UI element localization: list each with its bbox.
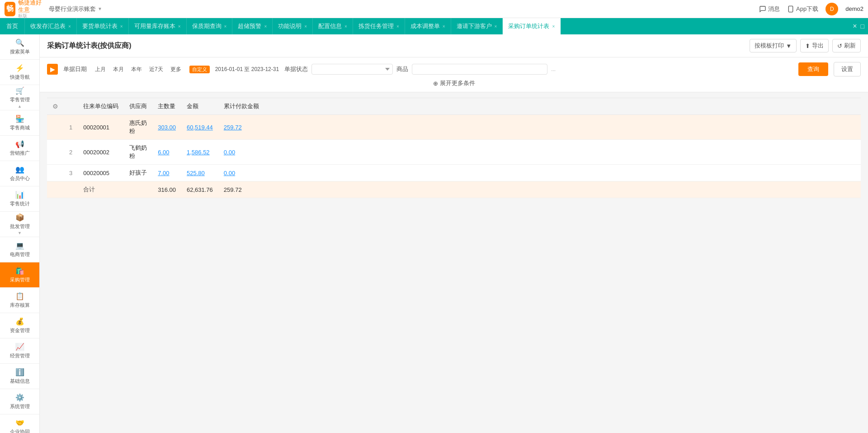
date-btn-this-month[interactable]: 本月 bbox=[110, 65, 127, 74]
sidebar-item-member[interactable]: 👥 会员中心 bbox=[0, 161, 39, 186]
close-tab-yaohuo[interactable]: × bbox=[120, 24, 123, 29]
footer-paid: 259.72 bbox=[218, 181, 264, 198]
custom-badge[interactable]: 自定义 bbox=[189, 66, 210, 73]
row-paid[interactable]: 259.72 bbox=[218, 115, 264, 140]
message-button[interactable]: 消息 bbox=[759, 5, 780, 13]
goods-input[interactable] bbox=[412, 64, 547, 75]
filter-toggle[interactable]: ▶ bbox=[47, 64, 58, 75]
tab-yaohuo[interactable]: 要货单统计表 × bbox=[77, 18, 129, 34]
app-download-button[interactable]: App下载 bbox=[787, 5, 818, 13]
close-tab-peizhi[interactable]: × bbox=[344, 24, 347, 29]
setting-button[interactable]: 设置 bbox=[834, 62, 861, 76]
sidebar-item-retail-shop[interactable]: 🏪 零售商城 bbox=[0, 110, 39, 136]
member-icon: 👥 bbox=[15, 165, 24, 174]
close-tab-baozhi[interactable]: × bbox=[224, 24, 227, 29]
user-avatar[interactable]: D bbox=[826, 3, 838, 15]
close-tab-chaocun[interactable]: × bbox=[264, 24, 267, 29]
sidebar-item-retail[interactable]: 🛒 零售管理 ▲ bbox=[0, 85, 39, 110]
tab-tuohuo[interactable]: 拣货任务管理 × bbox=[353, 18, 405, 34]
footer-amount: 62,631.76 bbox=[181, 181, 218, 198]
sidebar-item-retail-stat[interactable]: 📊 零售统计 bbox=[0, 186, 39, 212]
row-index: 3 bbox=[64, 165, 78, 181]
sidebar-item-label-quick: 快捷导航 bbox=[10, 74, 30, 80]
query-button[interactable]: 查询 bbox=[798, 62, 828, 76]
settings-column-header[interactable]: ⚙ bbox=[47, 98, 64, 115]
template-print-button[interactable]: 按模板打印 ▼ bbox=[750, 39, 797, 52]
row-paid[interactable]: 0.00 bbox=[218, 140, 264, 165]
workspace-selector[interactable]: 母婴行业演示账套 ▼ bbox=[49, 5, 755, 13]
tab-peizhi[interactable]: 配置信息 × bbox=[313, 18, 353, 34]
sidebar-item-operations[interactable]: 📈 经营管理 bbox=[0, 338, 39, 364]
date-btn-this-year[interactable]: 本年 bbox=[128, 65, 145, 74]
page-actions: 按模板打印 ▼ ⬆ 导出 ↺ 刷新 bbox=[750, 39, 861, 52]
filter-area: ▶ 单据日期 上月 本月 本年 近7天 更多 自定义 2016-01-01 至 … bbox=[40, 57, 868, 92]
tab-caigou[interactable]: 采购订单统计表 × bbox=[503, 18, 561, 34]
tab-yaoqing[interactable]: 邀请下游客户 × bbox=[451, 18, 503, 34]
sidebar-item-finance[interactable]: 💰 资金管理 bbox=[0, 313, 39, 338]
export-button[interactable]: ⬆ 导出 bbox=[800, 39, 829, 52]
data-table: ⚙ 往来单位编码 供应商 主数量 金额 累计付款金额 1 00020001 惠氏… bbox=[47, 98, 861, 198]
sidebar-item-inventory[interactable]: 📋 库存核算 bbox=[0, 288, 39, 313]
row-quantity[interactable]: 6.00 bbox=[152, 140, 181, 165]
date-filter-label: 单据日期 bbox=[63, 65, 87, 73]
sidebar-item-search[interactable]: 🔍 搜索英单 bbox=[0, 34, 39, 60]
row-amount[interactable]: 60,519.44 bbox=[181, 115, 218, 140]
sidebar-item-label-ecommerce: 电商管理 bbox=[10, 251, 30, 257]
tab-shoufacun[interactable]: 收发存汇总表 × bbox=[25, 18, 77, 34]
sidebar-item-purchase[interactable]: 🛍️ 采购管理 bbox=[0, 262, 39, 288]
tab-baozhi[interactable]: 保质期查询 × bbox=[187, 18, 233, 34]
top-right: 消息 App下载 D demo2 bbox=[759, 3, 863, 15]
sidebar-item-label-retail-shop: 零售商城 bbox=[10, 124, 30, 131]
column-settings-icon: ⚙ bbox=[52, 103, 58, 110]
goods-more-icon[interactable]: ... bbox=[551, 66, 556, 72]
workspace-chevron: ▼ bbox=[98, 6, 102, 11]
sidebar-item-ecommerce[interactable]: 💻 电商管理 bbox=[0, 237, 39, 262]
workspace-name: 母婴行业演示账套 bbox=[49, 5, 96, 13]
paid-column-header: 累计付款金额 bbox=[218, 98, 264, 115]
tab-gongneng[interactable]: 功能说明 × bbox=[273, 18, 313, 34]
sidebar-item-wholesale[interactable]: 📦 批发管理 ▼ bbox=[0, 212, 39, 237]
refresh-button[interactable]: ↺ 刷新 bbox=[832, 39, 861, 52]
row-settings[interactable] bbox=[47, 115, 64, 140]
close-tab-tuohuo[interactable]: × bbox=[396, 24, 399, 29]
row-paid[interactable]: 0.00 bbox=[218, 165, 264, 181]
nav-maximize[interactable]: □ bbox=[861, 23, 864, 30]
date-btn-7days[interactable]: 近7天 bbox=[146, 65, 166, 74]
date-btn-more[interactable]: 更多 bbox=[168, 65, 184, 74]
row-quantity[interactable]: 7.00 bbox=[152, 165, 181, 181]
expand-filter-button[interactable]: ⊕ 展开更多条件 bbox=[433, 79, 475, 87]
extra-column-header bbox=[264, 98, 861, 115]
amount-column-header: 金额 bbox=[181, 98, 218, 115]
sidebar-item-system[interactable]: ⚙️ 系统管理 bbox=[0, 389, 39, 414]
sidebar-item-label-wholesale: 批发管理 bbox=[10, 223, 30, 229]
sidebar-item-quick[interactable]: ⚡ 快捷导航 bbox=[0, 60, 39, 85]
sidebar-item-marketing[interactable]: 📢 营销推广 bbox=[0, 136, 39, 161]
row-settings[interactable] bbox=[47, 165, 64, 181]
nav-close-all[interactable]: × bbox=[853, 22, 857, 30]
close-tab-chengben[interactable]: × bbox=[443, 24, 445, 29]
row-index: 1 bbox=[64, 115, 78, 140]
close-tab-keyong[interactable]: × bbox=[178, 24, 181, 29]
sidebar-item-basic[interactable]: ℹ️ 基础信息 bbox=[0, 364, 39, 389]
row-amount[interactable]: 1,586.52 bbox=[181, 140, 218, 165]
table-area: ⚙ 往来单位编码 供应商 主数量 金额 累计付款金额 1 00020001 惠氏… bbox=[40, 92, 868, 433]
tab-chengben[interactable]: 成本调整单 × bbox=[405, 18, 451, 34]
close-tab-caigou[interactable]: × bbox=[552, 24, 555, 29]
date-btn-last-month[interactable]: 上月 bbox=[92, 65, 108, 74]
close-tab-yaoqing[interactable]: × bbox=[495, 24, 497, 29]
tab-chaocun[interactable]: 超储预警 × bbox=[232, 18, 273, 34]
close-tab-shoufacun[interactable]: × bbox=[68, 24, 71, 29]
date-quick-buttons: 上月 本月 本年 近7天 更多 bbox=[92, 65, 184, 74]
svg-rect-0 bbox=[788, 6, 793, 12]
close-tab-gongneng[interactable]: × bbox=[304, 24, 307, 29]
row-quantity[interactable]: 303.00 bbox=[152, 115, 181, 140]
tab-keyong[interactable]: 可用量库存账本 × bbox=[129, 18, 187, 34]
user-name[interactable]: demo2 bbox=[845, 5, 863, 12]
row-settings[interactable] bbox=[47, 140, 64, 165]
tab-home[interactable]: 首页 bbox=[0, 18, 25, 34]
status-select[interactable] bbox=[311, 64, 393, 75]
row-amount[interactable]: 525.80 bbox=[181, 165, 218, 181]
sidebar-item-label-inventory: 库存核算 bbox=[10, 302, 30, 308]
retail-stat-icon: 📊 bbox=[15, 190, 24, 199]
sidebar-item-collab[interactable]: 🤝 企业协同 bbox=[0, 414, 39, 433]
